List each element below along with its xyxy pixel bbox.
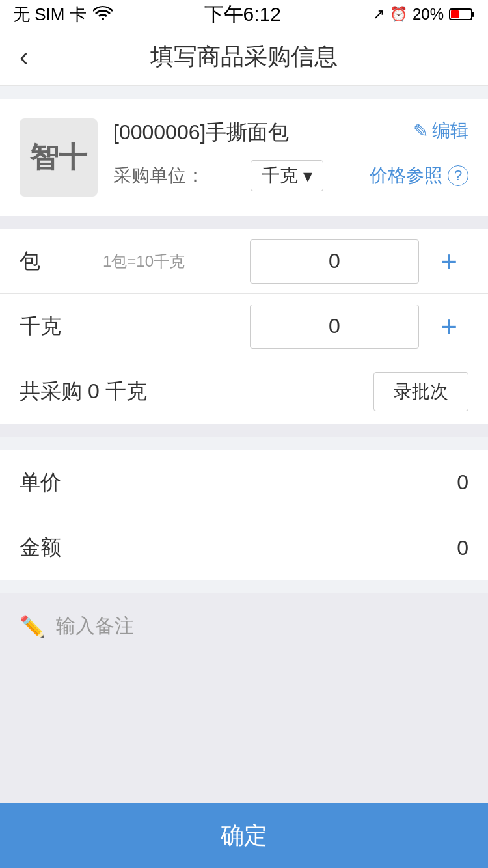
confirm-label: 确定 (221, 820, 267, 852)
pencil-icon: ✏️ (20, 614, 46, 639)
back-button[interactable]: ‹ (20, 42, 28, 72)
status-bar: 无 SIM 卡 下午6:12 ↗ ⏰ 20% (0, 0, 488, 29)
product-thumbnail: 智十 (20, 118, 98, 197)
edit-icon: ✎ (413, 120, 428, 142)
separator-1 (0, 216, 488, 229)
location-icon: ↗ (373, 6, 385, 23)
nav-bar: ‹ 填写商品采购信息 (0, 29, 488, 86)
page-title: 填写商品采购信息 (150, 41, 338, 73)
product-logo: 智十 (30, 139, 87, 177)
product-name: [0000006]手撕面包 (113, 118, 413, 147)
remark-section[interactable]: ✏️ 输入备注 (0, 593, 488, 659)
svg-rect-2 (472, 12, 474, 17)
amount-label: 金额 (20, 534, 61, 562)
kg-input-row: 千克 0 + (0, 294, 488, 359)
info-icon: ? (448, 165, 468, 186)
confirm-button[interactable]: 确定 (0, 803, 488, 868)
unit-value: 千克 (262, 163, 298, 188)
amount-row: 金额 0 (0, 515, 488, 580)
unit-label: 采购单位： (113, 163, 204, 188)
battery-level: 20% (413, 5, 444, 23)
bag-sublabel: 1包=10千克 (103, 251, 185, 272)
status-right: ↗ ⏰ 20% (373, 5, 475, 23)
unit-select[interactable]: 千克 ▾ (251, 160, 323, 191)
unit-price-value: 0 (457, 470, 468, 495)
bag-input[interactable]: 0 (250, 239, 419, 284)
summary-row: 共采购 0 千克 录批次 (0, 359, 488, 424)
bag-label: 包 (20, 247, 98, 276)
status-left: 无 SIM 卡 (13, 3, 113, 26)
battery-icon (449, 7, 475, 21)
chevron-down-icon: ▾ (303, 165, 312, 187)
kg-field-wrap: 0 + (98, 305, 468, 349)
alarm-icon: ⏰ (390, 6, 407, 23)
kg-plus-button[interactable]: + (429, 307, 468, 346)
bag-plus-button[interactable]: + (429, 242, 468, 281)
product-info: [0000006]手撕面包 ✎ 编辑 采购单位： 千克 ▾ 价格参照 ? (113, 118, 468, 191)
amount-value: 0 (457, 536, 468, 560)
unit-price-label: 单价 (20, 468, 61, 497)
kg-label: 千克 (20, 312, 98, 341)
detail-section: 单价 0 金额 0 (0, 450, 488, 580)
edit-label: 编辑 (432, 118, 468, 143)
price-ref-button[interactable]: 价格参照 ? (370, 163, 468, 188)
separator-2 (0, 424, 488, 437)
bag-field-wrap: 0 + (185, 239, 468, 284)
bag-input-row: 包 1包=10千克 0 + (0, 229, 488, 294)
remark-placeholder: 输入备注 (56, 613, 134, 640)
status-time: 下午6:12 (204, 1, 281, 28)
no-sim-text: 无 SIM 卡 (13, 3, 87, 26)
svg-rect-1 (451, 10, 459, 18)
kg-input[interactable]: 0 (250, 305, 419, 349)
wifi-icon (93, 5, 113, 25)
product-card: 智十 [0000006]手撕面包 ✎ 编辑 采购单位： 千克 ▾ 价格参照 ? (0, 99, 488, 216)
price-ref-label: 价格参照 (370, 163, 442, 188)
edit-button[interactable]: ✎ 编辑 (413, 118, 468, 143)
input-section: 包 1包=10千克 0 + 千克 0 + 共采购 0 千克 录批次 (0, 229, 488, 424)
summary-text: 共采购 0 千克 (20, 377, 147, 406)
unit-price-row: 单价 0 (0, 450, 488, 515)
batch-button[interactable]: 录批次 (373, 372, 468, 411)
